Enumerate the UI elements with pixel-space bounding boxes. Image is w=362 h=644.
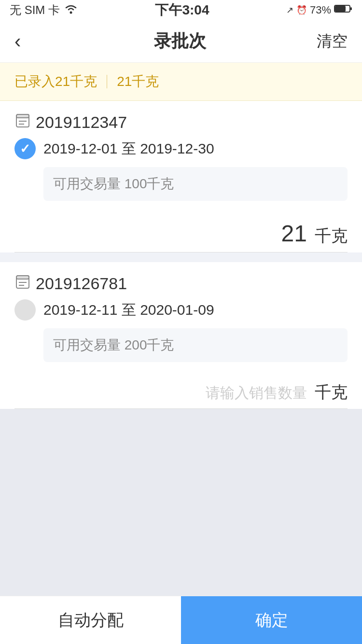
svg-rect-2	[335, 6, 346, 12]
batch1-header: 2019112347	[14, 112, 348, 132]
batch2-icon	[14, 274, 31, 294]
batch2-input-container: 请输入销售数量 千克	[0, 374, 362, 409]
batch2-input-row: 请输入销售数量 千克	[14, 381, 348, 404]
clear-button[interactable]: 清空	[317, 31, 348, 52]
batch2-radio[interactable]	[14, 299, 36, 321]
nav-bar: ‹ 录批次 清空	[0, 20, 362, 63]
status-bar: 无 SIM 卡 下午3:04 ↗ ⏰ 73%	[0, 0, 362, 20]
batch2-input-placeholder: 请输入销售数量	[14, 383, 307, 403]
battery-percent: 73%	[310, 4, 331, 16]
info-divider	[107, 75, 107, 88]
status-bar-right: ↗ ⏰ 73%	[286, 4, 352, 16]
batch1-quantity-unit: 千克	[315, 225, 348, 247]
wifi-icon	[64, 3, 78, 17]
batch1-radio[interactable]: ✓	[14, 138, 36, 159]
recorded-label: 已录入21千克	[14, 72, 97, 91]
bottom-bar: 自动分配 确定	[0, 596, 362, 644]
info-banner: 已录入21千克 21千克	[0, 63, 362, 101]
section-divider	[0, 252, 362, 262]
batch2-available: 可用交易量 200千克	[43, 328, 348, 362]
batch1-icon	[14, 112, 31, 132]
sim-label: 无 SIM 卡	[10, 2, 60, 18]
status-bar-time: 下午3:04	[155, 1, 209, 19]
batch1-date: 2019-12-01 至 2019-12-30	[43, 139, 214, 159]
batch2-date-row: 2019-12-11 至 2020-01-09	[14, 299, 348, 321]
batch2-id: 2019126781	[36, 274, 127, 293]
page-title: 录批次	[154, 29, 206, 53]
batch1-quantity-row: 21 千克	[14, 220, 348, 247]
svg-rect-9	[16, 276, 29, 279]
back-button[interactable]: ‹	[14, 30, 43, 52]
svg-rect-3	[350, 7, 352, 10]
batch2-date: 2019-12-11 至 2020-01-09	[43, 300, 214, 320]
auto-distribute-button[interactable]: 自动分配	[0, 596, 181, 644]
status-bar-left: 无 SIM 卡	[10, 2, 78, 18]
batch1-check-icon: ✓	[20, 141, 30, 156]
batch-item-1[interactable]: 2019112347 ✓ 2019-12-01 至 2019-12-30 可用交…	[0, 101, 362, 212]
batch1-id: 2019112347	[36, 113, 127, 132]
batch1-quantity-container: 21 千克	[0, 212, 362, 252]
svg-point-0	[70, 12, 72, 14]
batch-item-2[interactable]: 2019126781 2019-12-11 至 2020-01-09 可用交易量…	[0, 262, 362, 374]
keyboard-area	[0, 409, 362, 612]
battery-icon	[334, 4, 352, 16]
confirm-button[interactable]: 确定	[181, 596, 362, 644]
location-icon: ↗	[286, 5, 293, 15]
svg-rect-5	[16, 114, 29, 118]
batch1-available: 可用交易量 100千克	[43, 167, 348, 201]
batch1-date-row: ✓ 2019-12-01 至 2019-12-30	[14, 138, 348, 159]
batch2-input-unit: 千克	[315, 381, 348, 404]
alarm-icon: ⏰	[296, 5, 307, 15]
batch2-header: 2019126781	[14, 274, 348, 294]
recorded-amount: 21千克	[117, 72, 159, 91]
auto-distribute-label: 自动分配	[58, 609, 124, 631]
batch1-quantity-value: 21	[281, 220, 307, 247]
confirm-label: 确定	[255, 609, 288, 631]
